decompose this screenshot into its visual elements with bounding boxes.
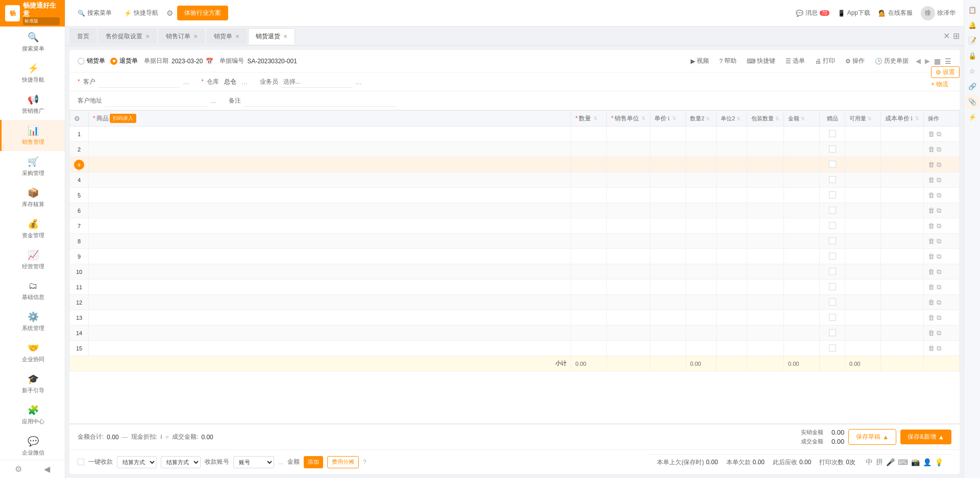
price-cell-7[interactable] [650,218,686,234]
form-settings-button[interactable]: ⚙ 设置 [931,66,960,78]
cost-price-cell-8[interactable] [881,234,924,249]
tab-close-sales-delivery[interactable]: ✕ [235,34,239,39]
product-cell-15[interactable] [89,341,571,356]
qty2-cell-12[interactable] [686,295,717,310]
pack-qty-cell-5[interactable] [747,188,784,203]
customer-select-icon[interactable]: ... [183,78,189,86]
cost-price-cell-15[interactable] [881,341,924,356]
sidebar-item-sales[interactable]: 📊销售管理 [0,120,65,151]
sidebar-item-finance[interactable]: 💰资金管理 [0,213,65,244]
gift-cell-15[interactable] [820,341,845,356]
grid-view-icon[interactable]: ▦ [934,57,941,65]
cost-price-cell-12[interactable] [881,295,924,310]
product-cell-1[interactable] [89,127,571,142]
price-cell-5[interactable] [650,188,686,203]
bottom-tool-6[interactable]: 👤 [923,458,932,466]
unit2-cell-14[interactable] [717,325,747,341]
rs-icon-4[interactable]: 🔒 [966,49,979,62]
gift-checkbox-9[interactable] [829,253,836,260]
available-cell-5[interactable] [845,188,881,203]
qty-cell-15[interactable] [571,341,607,356]
price-sort-icon[interactable]: ⇅ [672,116,676,121]
qty-cell-2[interactable] [571,142,607,157]
copy-row-icon-4[interactable]: ⧉ [937,176,941,184]
qty2-cell-9[interactable] [686,249,717,264]
save-draft-button[interactable]: 保存草稿 ▲ [848,429,896,445]
qty-cell-4[interactable] [571,172,607,188]
gift-cell-3[interactable] [820,157,845,172]
available-cell-1[interactable] [845,127,881,142]
price-cell-10[interactable] [650,264,686,280]
product-input-cell-3[interactable] [89,157,571,172]
qty-cell-3[interactable] [571,157,607,172]
available-cell-9[interactable] [845,249,881,264]
scan-barcode-button[interactable]: 扫码录入 [110,114,136,123]
amount-cell-4[interactable] [784,172,820,188]
unit-cell-3[interactable] [607,157,650,172]
calc-method-select[interactable]: 结算方式 [117,456,157,468]
radio-delivery[interactable]: 销货单 [78,57,105,65]
tab-close-sales-return[interactable]: ✕ [283,34,287,39]
gift-checkbox-12[interactable] [829,298,836,306]
copy-row-icon-12[interactable]: ⧉ [937,298,941,307]
available-cell-7[interactable] [845,218,881,234]
available-cell-10[interactable] [845,264,881,280]
message-item[interactable]: 💬 消息 70 [796,9,829,17]
product-cell-8[interactable] [89,234,571,249]
rs-icon-3[interactable]: 📝 [966,34,979,47]
sidebar-item-marketing[interactable]: 📢营销推广 [0,89,65,120]
discount-info-icon[interactable]: ℹ [160,434,162,440]
gift-cell-6[interactable] [820,203,845,218]
available-cell-8[interactable] [845,234,881,249]
rs-icon-2[interactable]: 🔔 [966,18,979,32]
qty2-cell-15[interactable] [686,341,717,356]
unit-cell-10[interactable] [607,264,650,280]
gift-checkbox-2[interactable] [829,145,836,153]
topbar-settings-icon[interactable]: ⚙ [166,9,173,18]
price-cell-8[interactable] [650,234,686,249]
gift-checkbox-13[interactable] [829,314,836,321]
expand-tabs-icon[interactable]: ⊞ [953,31,960,41]
shortcut-btn[interactable]: ⌨ 快捷键 [744,55,778,67]
topbar-search[interactable]: 🔍 搜索菜单 [74,7,116,19]
bottom-tool-3[interactable]: 🎤 [886,458,895,466]
add-logistics-button[interactable]: + 物流 [931,80,960,89]
customer-input[interactable] [99,76,180,88]
qty-cell-9[interactable] [571,249,607,264]
th-gear[interactable]: ⚙ [70,111,89,127]
tab-sales-order[interactable]: 销售订单✕ [158,28,205,44]
pack-qty-cell-6[interactable] [747,203,784,218]
tab-home[interactable]: 首页 [69,28,97,44]
amount-cell-3[interactable] [784,157,820,172]
qty-cell-8[interactable] [571,234,607,249]
remark-input[interactable] [244,94,397,107]
history-btn[interactable]: 🕒 历史单据 [872,55,912,67]
copy-row-icon-6[interactable]: ⧉ [937,207,941,215]
price-info-icon[interactable]: ℹ [668,115,670,122]
topbar-shortcut[interactable]: ⚡ 快捷导航 [120,7,162,19]
unit2-cell-11[interactable] [717,280,747,295]
available-cell-2[interactable] [845,142,881,157]
delete-row-icon-12[interactable]: 🗑 [928,298,935,306]
cost-price-cell-1[interactable] [881,127,924,142]
product-cell-14[interactable] [89,325,571,341]
pack-qty-cell-10[interactable] [747,264,784,280]
cost-price-cell-14[interactable] [881,325,924,341]
price-cell-13[interactable] [650,310,686,325]
calendar-icon[interactable]: 📅 [206,58,213,65]
tab-close-price-settings[interactable]: ✕ [145,34,150,39]
qty2-cell-10[interactable] [686,264,717,280]
qty-cell-5[interactable] [571,188,607,203]
delete-row-icon-13[interactable]: 🗑 [928,314,935,321]
price-cell-1[interactable] [650,127,686,142]
cost-price-cell-5[interactable] [881,188,924,203]
pack-qty-cell-4[interactable] [747,172,784,188]
pack-qty-cell-1[interactable] [747,127,784,142]
available-cell-13[interactable] [845,310,881,325]
bottom-tool-2[interactable]: 拼 [876,458,883,467]
available-cell-14[interactable] [845,325,881,341]
cost-price-cell-4[interactable] [881,172,924,188]
copy-row-icon-3[interactable]: ⧉ [937,161,941,169]
unit-cell-9[interactable] [607,249,650,264]
delete-row-icon-7[interactable]: 🗑 [928,222,935,230]
